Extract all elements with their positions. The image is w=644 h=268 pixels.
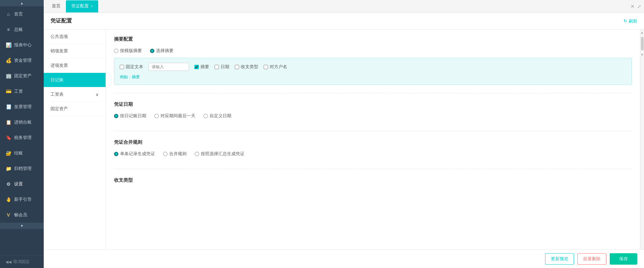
checkbox-counterpart-label[interactable]: 对方户名 <box>264 64 287 70</box>
nav-item-payroll-table[interactable]: 工资表 ∨ <box>44 87 106 102</box>
radio-custom-date-input[interactable] <box>203 114 208 118</box>
scroll-down-arrow[interactable]: ▼ <box>640 52 644 58</box>
left-nav: 公共选项 销项发票 进项发票 日记账 工资表 ∨ 固定资产 <box>44 30 106 250</box>
cancel-pin-button[interactable]: ◀◀ 取消固定 <box>0 255 44 268</box>
nav-item-journal[interactable]: 日记账 <box>44 73 106 87</box>
sidebar-item-invoice-mgmt[interactable]: 🧾 发票管理 <box>0 99 44 115</box>
window-restore-icon[interactable]: ⤢ <box>637 4 641 9</box>
summary-config-section: 摘要配置 按模版摘要 选择摘要 固定文本 <box>114 36 632 93</box>
right-content: 摘要配置 按模版摘要 选择摘要 固定文本 <box>106 30 640 250</box>
window-close-icon[interactable]: ✕ <box>631 4 635 9</box>
scroll-up-arrow[interactable]: ▲ <box>640 30 644 36</box>
content-area: 公共选项 销项发票 进项发票 日记账 工资表 ∨ 固定资产 摘要配置 <box>44 30 644 250</box>
radio-merge-rule[interactable]: 合并规则 <box>163 151 187 157</box>
chevron-down-icon: ∨ <box>96 92 99 97</box>
sidebar: ▲ ⌂ 首页 ≡ 总账 📊 报表中心 💰 资金管理 🏢 固定资产 💳 工资 🧾 … <box>0 0 44 268</box>
sidebar-item-assets[interactable]: 🏢 固定资产 <box>0 68 44 84</box>
radio-template-summary[interactable]: 按模版摘要 <box>114 48 142 54</box>
assets-icon: 🏢 <box>5 73 11 79</box>
tab-home[interactable]: 首页 <box>46 0 66 12</box>
radio-custom-date[interactable]: 自定义日期 <box>203 113 231 119</box>
home-icon: ⌂ <box>5 11 11 17</box>
sidebar-item-settings[interactable]: ⚙ 设置 <box>0 176 44 192</box>
tax-icon: 🔖 <box>5 135 11 140</box>
tab-voucher-config[interactable]: 凭证配置 × <box>66 0 98 12</box>
page-title: 凭证配置 <box>50 17 72 25</box>
batch-delete-button[interactable]: 批量删除 <box>577 253 606 265</box>
voucher-date-row: 按日记账日期 对应期间最后一天 自定义日期 <box>114 113 632 119</box>
sidebar-item-reports[interactable]: 📊 报表中心 <box>0 37 44 53</box>
merge-rules-row: 单条记录生成凭证 合并规则 按照选择汇总生成凭证 <box>114 151 632 157</box>
refresh-icon: ↻ <box>623 18 627 24</box>
bottom-bar: 更新预览 批量删除 保存 <box>44 250 644 268</box>
checkbox-pay-type[interactable] <box>235 65 239 69</box>
tab-bar-actions: ✕ ⤢ <box>631 4 641 9</box>
checkbox-counterpart[interactable] <box>264 65 268 69</box>
ledger-icon: ≡ <box>5 27 11 32</box>
checkbox-summary-label[interactable]: 摘要 <box>194 64 209 70</box>
radio-select-input[interactable] <box>150 49 154 53</box>
receive-type-title: 收支类型 <box>114 177 632 183</box>
close-account-icon: 🔐 <box>5 150 11 156</box>
sidebar-item-ledger[interactable]: ≡ 总账 <box>0 22 44 37</box>
voucher-date-title: 凭证日期 <box>114 101 632 107</box>
nav-item-public[interactable]: 公共选项 <box>44 30 106 44</box>
radio-journal-date-input[interactable] <box>114 114 118 118</box>
voucher-date-section: 凭证日期 按日记账日期 对应期间最后一天 自定义日期 <box>114 101 632 131</box>
scroll-thumb[interactable] <box>641 37 644 50</box>
example-text: 例如：摘要 <box>120 74 626 80</box>
summary-options-row: 固定文本 摘要 日期 收支类型 <box>120 63 626 71</box>
radio-last-day[interactable]: 对应期间最后一天 <box>154 113 195 119</box>
purchase-sale-icon: 📋 <box>5 120 11 125</box>
summary-mode-row: 按模版摘要 选择摘要 <box>114 48 632 54</box>
payroll-icon: 💳 <box>5 89 11 94</box>
radio-by-selection[interactable]: 按照选择汇总生成凭证 <box>195 151 244 157</box>
sidebar-item-tax[interactable]: 🔖 税务管理 <box>0 130 44 145</box>
nav-item-fixed-assets[interactable]: 固定资产 <box>44 102 106 116</box>
summary-config-title: 摘要配置 <box>114 36 632 42</box>
vip-icon: V <box>5 212 11 218</box>
main-area: 首页 凭证配置 × ✕ ⤢ 凭证配置 ↻ 刷新 公共选项 销项发票 进 <box>44 0 644 268</box>
merge-rules-title: 凭证合并规则 <box>114 139 632 145</box>
pin-icon: ◀◀ <box>5 260 11 264</box>
save-button[interactable]: 保存 <box>610 253 637 265</box>
refresh-button[interactable]: ↻ 刷新 <box>623 18 637 24</box>
update-preview-button[interactable]: 更新预览 <box>545 253 574 265</box>
sidebar-item-payroll[interactable]: 💳 工资 <box>0 84 44 99</box>
radio-template-input[interactable] <box>114 49 118 53</box>
nav-item-purchase-invoice[interactable]: 进项发票 <box>44 58 106 73</box>
guide-icon: 🤚 <box>5 197 11 202</box>
summary-box: 固定文本 摘要 日期 收支类型 <box>114 58 632 85</box>
page-header: 凭证配置 ↻ 刷新 <box>44 13 644 30</box>
tab-close-button[interactable]: × <box>91 4 93 8</box>
radio-journal-date[interactable]: 按日记账日期 <box>114 113 146 119</box>
reports-icon: 📊 <box>5 42 11 48</box>
nav-item-sales-invoice[interactable]: 销项发票 <box>44 44 106 58</box>
sidebar-scroll-up[interactable]: ▲ <box>0 0 44 6</box>
radio-by-selection-input[interactable] <box>195 152 199 156</box>
sidebar-item-home[interactable]: ⌂ 首页 <box>0 6 44 22</box>
checkbox-pay-type-label[interactable]: 收支类型 <box>235 64 258 70</box>
fixed-text-input[interactable] <box>149 63 189 71</box>
checkbox-fixed-text[interactable] <box>120 65 124 69</box>
receive-type-section: 收支类型 <box>114 177 632 197</box>
checkbox-fixed-text-label[interactable]: 固定文本 <box>120 64 143 70</box>
scroll-track: ▲ ▼ <box>640 30 644 250</box>
sidebar-item-purchase-sale[interactable]: 📋 进销台账 <box>0 115 44 130</box>
checkbox-date[interactable] <box>215 65 219 69</box>
archive-icon: 📁 <box>5 166 11 171</box>
radio-merge-rule-input[interactable] <box>163 152 167 156</box>
sidebar-scroll-down[interactable]: ▼ <box>0 223 44 229</box>
radio-select-summary[interactable]: 选择摘要 <box>150 48 174 54</box>
sidebar-item-guide[interactable]: 🤚 新手引导 <box>0 192 44 207</box>
sidebar-item-archive[interactable]: 📁 归档管理 <box>0 161 44 176</box>
checkbox-date-label[interactable]: 日期 <box>215 64 229 70</box>
tab-bar: 首页 凭证配置 × ✕ ⤢ <box>44 0 644 13</box>
sidebar-item-close[interactable]: 🔐 结账 <box>0 145 44 161</box>
radio-last-day-input[interactable] <box>154 114 159 118</box>
checkbox-summary[interactable] <box>194 65 199 69</box>
radio-single-record-input[interactable] <box>114 152 118 156</box>
sidebar-item-funds[interactable]: 💰 资金管理 <box>0 53 44 68</box>
radio-single-record[interactable]: 单条记录生成凭证 <box>114 151 155 157</box>
sidebar-item-vip[interactable]: V 畅会员 <box>0 207 44 223</box>
